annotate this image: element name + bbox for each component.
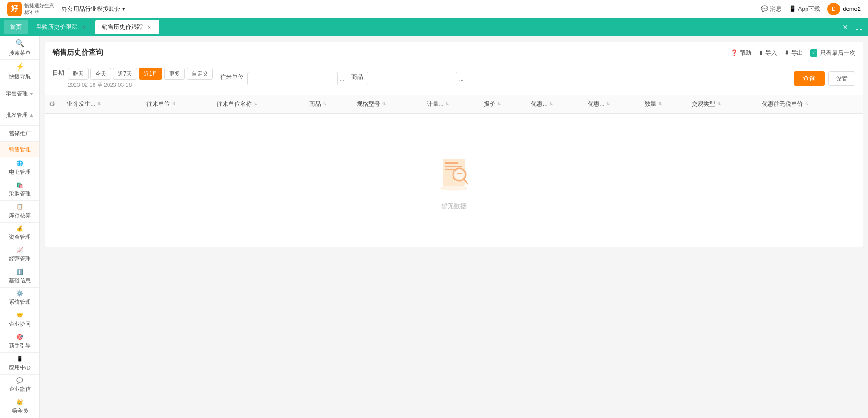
table-container: ⚙ 业务发生... ⇅ 往来单位 bbox=[45, 95, 863, 247]
import-button[interactable]: ⬆ 导入 bbox=[759, 49, 777, 57]
th-product[interactable]: 商品 ⇅ bbox=[306, 95, 353, 113]
th-biz-date[interactable]: 业务发生... ⇅ bbox=[63, 95, 143, 113]
product-more-icon[interactable]: ... bbox=[459, 76, 463, 82]
only-last-toggle[interactable]: ✓ 只看最后一次 bbox=[810, 49, 855, 57]
date-filter-label: 日期 bbox=[52, 68, 64, 77]
empty-icon bbox=[431, 150, 476, 195]
th-spec[interactable]: 规格型号 ⇅ bbox=[353, 95, 423, 113]
sales-tab-close[interactable]: × bbox=[146, 24, 153, 31]
sidebar-item-basic-info[interactable]: ℹ️ 基础信息 bbox=[0, 266, 39, 288]
table-settings-icon[interactable]: ⚙ bbox=[49, 100, 55, 108]
wholesale-arrow-icon: ▲ bbox=[29, 113, 34, 118]
page-header: 销售历史价查询 ❓ 帮助 ⬆ 导入 ⬇ 导出 ✓ bbox=[45, 42, 863, 62]
logo-area[interactable]: 好 畅捷通好生意 标准版 bbox=[7, 2, 54, 16]
product-input[interactable] bbox=[367, 72, 457, 86]
th-partner-code[interactable]: 往来单位 ⇅ bbox=[143, 95, 213, 113]
only-last-label: 只看最后一次 bbox=[820, 49, 855, 57]
sidebar-item-search[interactable]: 🔍 搜索菜单 bbox=[0, 36, 39, 60]
sidebar-item-operations[interactable]: 📈 经营管理 bbox=[0, 244, 39, 266]
sidebar-item-ecommerce[interactable]: 🌐 电商管理 bbox=[0, 157, 39, 179]
th-pre-tax-price[interactable]: 优惠前无税单价 ⇅ bbox=[758, 95, 863, 113]
date-btn-more[interactable]: 更多 bbox=[164, 68, 185, 80]
tab-bar-actions: ✕ ⛶ bbox=[840, 21, 864, 33]
user-area[interactable]: D demo2 bbox=[827, 3, 861, 15]
setting-button[interactable]: 设置 bbox=[828, 71, 855, 86]
filter-area: 日期 昨天 今天 近7天 近1月 更多 自定义 2023-02-18 至 202… bbox=[45, 62, 863, 95]
sidebar-item-member[interactable]: 👑 畅会员 bbox=[0, 396, 39, 418]
th-trade-type[interactable]: 交易类型 ⇅ bbox=[688, 95, 758, 113]
sidebar-item-newbie[interactable]: 🎯 新手引导 bbox=[0, 331, 39, 353]
th-discount2[interactable]: 优惠... ⇅ bbox=[584, 95, 641, 113]
table-settings-th[interactable]: ⚙ bbox=[45, 95, 63, 113]
date-btn-today[interactable]: 今天 bbox=[90, 68, 111, 80]
date-btn-last7[interactable]: 近7天 bbox=[113, 68, 137, 80]
empty-state: 暂无数据 bbox=[45, 114, 863, 247]
app-selector[interactable]: 办公用品行业模拟账套 ▾ bbox=[58, 3, 129, 15]
export-icon: ⬇ bbox=[784, 49, 789, 56]
retail-label: 零售管理 bbox=[6, 90, 28, 98]
table-header-row: ⚙ 业务发生... ⇅ 往来单位 bbox=[45, 95, 863, 113]
sidebar-item-marketing[interactable]: 营销推广 bbox=[0, 126, 39, 142]
date-btn-month[interactable]: 近1月 bbox=[139, 68, 163, 80]
retail-arrow-icon: ▼ bbox=[29, 91, 34, 96]
th-unit[interactable]: 计量... ⇅ bbox=[423, 95, 480, 113]
page-actions: ❓ 帮助 ⬆ 导入 ⬇ 导出 ✓ 只看最后一次 bbox=[731, 49, 855, 57]
th-price[interactable]: 报价 ⇅ bbox=[480, 95, 528, 113]
sidebar-item-wechat[interactable]: 💬 企业微信 bbox=[0, 375, 39, 396]
tab-sales[interactable]: 销售历史价跟踪 × bbox=[95, 20, 159, 34]
sidebar-item-shortcut[interactable]: ⚡ 快捷导航 bbox=[0, 60, 39, 83]
export-button[interactable]: ⬇ 导出 bbox=[784, 49, 803, 57]
app-download-button[interactable]: 📱 App下载 bbox=[789, 5, 820, 13]
sort-icon-partner-name: ⇅ bbox=[254, 101, 257, 106]
sidebar: 🔍 搜索菜单 ⚡ 快捷导航 零售管理 ▼ 批发管理 ▲ 营销推广 销售管理 🌐 … bbox=[0, 36, 40, 418]
checkbox-icon: ✓ bbox=[810, 49, 817, 57]
date-filter-group: 日期 昨天 今天 近7天 近1月 更多 自定义 2023-02-18 至 202… bbox=[52, 68, 213, 89]
help-button[interactable]: ❓ 帮助 bbox=[731, 49, 751, 57]
maximize-button[interactable]: ⛶ bbox=[854, 21, 864, 33]
sort-icon-product: ⇅ bbox=[323, 101, 326, 106]
filter-right: 查询 设置 bbox=[794, 71, 855, 86]
purchase-icon: 🛍️ bbox=[16, 182, 23, 188]
sidebar-item-app-center[interactable]: 📱 应用中心 bbox=[0, 353, 39, 375]
svg-rect-9 bbox=[457, 176, 460, 176]
date-btn-yesterday[interactable]: 昨天 bbox=[68, 68, 89, 80]
purchase-tab-label: 采购历史价跟踪 bbox=[36, 23, 77, 31]
sidebar-item-cooperation[interactable]: 🤝 企业协同 bbox=[0, 309, 39, 331]
sidebar-item-wholesale[interactable]: 批发管理 ▲ bbox=[0, 104, 39, 126]
tab-home[interactable]: 首页 bbox=[4, 20, 28, 34]
sidebar-item-sales-mgr[interactable]: 销售管理 bbox=[0, 142, 39, 157]
chevron-down-icon: ▾ bbox=[122, 5, 125, 12]
sidebar-item-purchase[interactable]: 🛍️ 采购管理 bbox=[0, 179, 39, 201]
message-button[interactable]: 💬 消息 bbox=[761, 5, 782, 13]
sidebar-item-system[interactable]: ⚙️ 系统管理 bbox=[0, 288, 39, 309]
svg-rect-8 bbox=[457, 173, 462, 174]
sort-icon-discount2: ⇅ bbox=[606, 101, 610, 106]
content-area: 销售历史价查询 ❓ 帮助 ⬆ 导入 ⬇ 导出 ✓ bbox=[40, 36, 868, 418]
message-icon: 💬 bbox=[761, 5, 768, 12]
partner-more-icon[interactable]: ... bbox=[340, 76, 344, 82]
top-bar: 好 畅捷通好生意 标准版 办公用品行业模拟账套 ▾ 💬 消息 📱 App下载 D… bbox=[0, 0, 868, 18]
date-btn-custom[interactable]: 自定义 bbox=[187, 68, 213, 80]
sort-icon-partner-code: ⇅ bbox=[172, 101, 175, 106]
th-partner-name[interactable]: 往来单位名称 ⇅ bbox=[213, 95, 306, 113]
th-quantity[interactable]: 数量 ⇅ bbox=[641, 95, 689, 113]
date-buttons-container: 昨天 今天 近7天 近1月 更多 自定义 2023-02-18 至 2023-0… bbox=[68, 68, 213, 89]
operations-icon: 📈 bbox=[16, 247, 23, 253]
sidebar-item-inventory[interactable]: 📋 库存核算 bbox=[0, 201, 39, 223]
tab-bar: 首页 采购历史价跟踪 × 销售历史价跟踪 × ✕ ⛶ bbox=[0, 18, 868, 36]
sidebar-item-retail[interactable]: 零售管理 ▼ bbox=[0, 83, 39, 104]
product-filter-group: 商品 ... bbox=[351, 72, 463, 86]
purchase-tab-close[interactable]: × bbox=[80, 24, 87, 31]
svg-rect-3 bbox=[445, 166, 462, 167]
basic-info-icon: ℹ️ bbox=[16, 269, 23, 275]
partner-input[interactable] bbox=[247, 72, 338, 86]
sidebar-item-finance[interactable]: 💰 资金管理 bbox=[0, 223, 39, 244]
date-buttons: 昨天 今天 近7天 近1月 更多 自定义 bbox=[68, 68, 213, 80]
app-center-icon: 📱 bbox=[16, 356, 23, 362]
close-tab-button[interactable]: ✕ bbox=[840, 21, 850, 33]
date-range-text: 2023-02-18 至 2023-03-18 bbox=[68, 81, 213, 89]
th-discount1[interactable]: 优惠... ⇅ bbox=[527, 95, 584, 113]
query-button[interactable]: 查询 bbox=[794, 71, 825, 86]
tab-purchase[interactable]: 采购历史价跟踪 × bbox=[30, 20, 94, 34]
inventory-icon: 📋 bbox=[16, 204, 23, 210]
